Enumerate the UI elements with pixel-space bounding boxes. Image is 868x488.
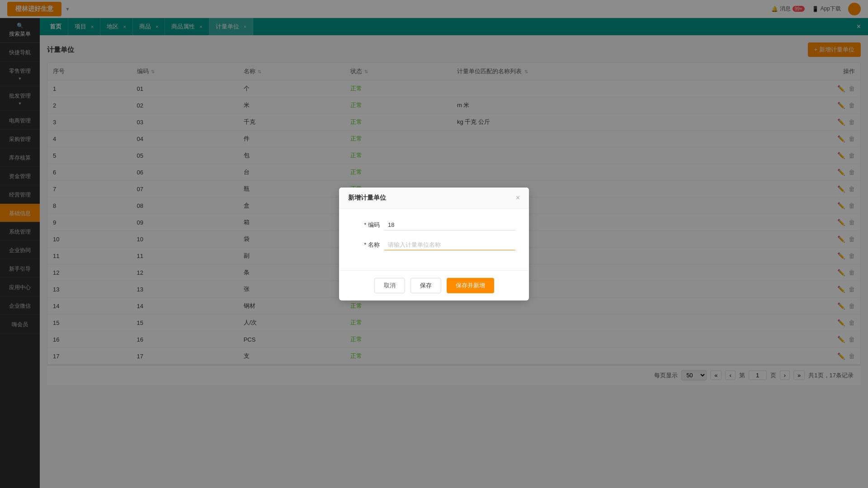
modal-header: 新增计量单位 ×: [339, 188, 529, 209]
code-input[interactable]: [384, 220, 515, 230]
name-label: * 名称: [353, 241, 380, 249]
modal-overlay: 新增计量单位 × * 编码 * 名称 取消 保存 保存并新增: [0, 0, 868, 488]
cancel-button[interactable]: 取消: [374, 278, 405, 293]
modal-title: 新增计量单位: [348, 194, 386, 202]
form-row-code: * 编码: [353, 220, 515, 230]
save-button[interactable]: 保存: [410, 278, 441, 293]
form-row-name: * 名称: [353, 239, 515, 250]
save-and-new-button[interactable]: 保存并新增: [447, 278, 494, 293]
modal-footer: 取消 保存 保存并新增: [339, 270, 529, 300]
modal-close-btn[interactable]: ×: [516, 194, 520, 202]
modal-body: * 编码 * 名称: [339, 209, 529, 270]
code-label: * 编码: [353, 221, 380, 229]
name-input[interactable]: [384, 239, 515, 250]
add-unit-modal: 新增计量单位 × * 编码 * 名称 取消 保存 保存并新增: [339, 188, 529, 300]
